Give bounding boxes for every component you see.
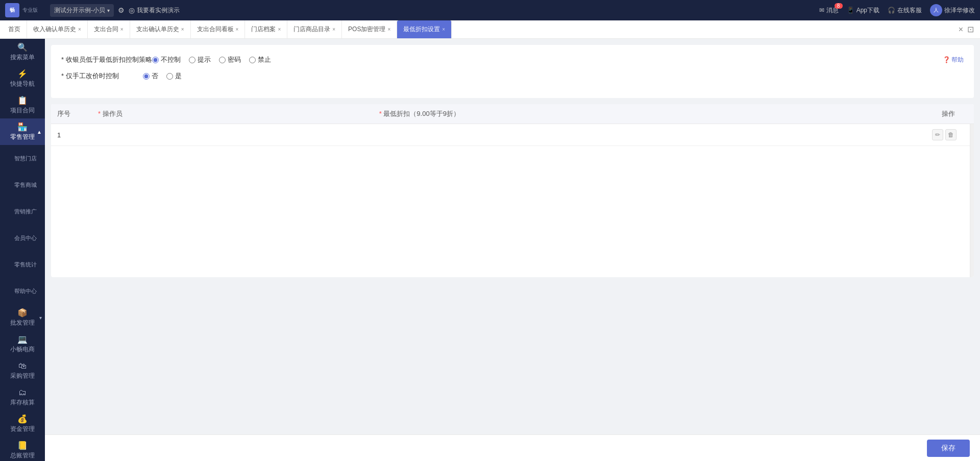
cashier-policy-label-text: * 收银员低于最低折扣控制策略 <box>61 56 152 63</box>
delete-row-btn-1[interactable]: 🗑 <box>945 129 957 140</box>
table-rows-wrap: 1 ✏ 🗑 <box>51 124 970 277</box>
tab-min-discount[interactable]: 最低折扣设置 × <box>397 20 452 39</box>
sidebar-item-smart-store[interactable]: 智慧门店 <box>0 145 45 172</box>
tab-payment-board-close[interactable]: × <box>236 27 239 32</box>
sidebar-item-help-center[interactable]: 帮助中心 <box>0 278 45 304</box>
tab-store-products-close[interactable]: × <box>332 27 335 32</box>
td-seq-1: 1 <box>51 126 92 144</box>
tab-bar: 首页 收入确认单历史 × 支出合同 × 支出确认单历史 × 支出合同看板 × 门… <box>0 20 980 39</box>
sidebar-item-shortcut[interactable]: ⚡ 快捷导航 <box>0 65 45 92</box>
sidebar-item-inventory-label: 库存核算 <box>10 398 35 407</box>
sidebar-item-project-contract-label: 项目合同 <box>10 106 35 115</box>
tab-pos-lock-close[interactable]: × <box>387 27 390 32</box>
sidebar-item-wholesale-mgmt-label: 批发管理 <box>10 319 35 327</box>
cashier-password-label: 密码 <box>228 55 241 64</box>
demo-icon: ◎ <box>129 6 135 14</box>
content-area: * 收银员低于最低折扣控制策略 不控制 提示 密码 <box>45 39 980 461</box>
sidebar-item-marketing[interactable]: 营销推广 <box>0 198 45 225</box>
sidebar-item-search[interactable]: 🔍 搜索菜单 <box>0 39 45 65</box>
tab-payment-contract[interactable]: 支出合同 × <box>88 20 130 39</box>
help-link[interactable]: ❓ 帮助 <box>943 56 964 64</box>
table-header: 序号 * 操作员 * 最低折扣（9.00等于9折） 操作 <box>51 104 974 124</box>
message-badge: 8 <box>835 3 843 9</box>
tab-expand-btn[interactable]: ⊡ <box>967 25 974 34</box>
sidebar-item-shortcut-label: 快捷导航 <box>10 80 35 88</box>
td-discount-1 <box>372 130 919 140</box>
cashier-forbid-radio[interactable] <box>249 57 256 63</box>
cashier-no-control-radio[interactable] <box>152 57 159 63</box>
top-bar-right: ✉ 消息 8 📱 App下载 🎧 在线客服 人 徐泽华修改 <box>819 4 975 16</box>
user-avatar-area[interactable]: 人 徐泽华修改 <box>930 4 975 16</box>
tab-bar-end: × ⊡ <box>954 25 978 34</box>
cashier-prompt-label: 提示 <box>198 55 211 64</box>
sidebar-item-ecommerce[interactable]: 💻 小畅电商 <box>0 331 45 357</box>
sidebar-item-retail-mgmt[interactable]: 🏪 零售管理 ▲ <box>0 118 45 145</box>
help-center-label: 帮助中心 <box>14 287 37 295</box>
tab-close-all-btn[interactable]: × <box>959 25 963 34</box>
tab-pos-lock-label: POS加密管理 <box>348 25 385 34</box>
tab-min-discount-close[interactable]: × <box>442 27 445 32</box>
settings-icon[interactable]: ⚙ <box>118 6 125 14</box>
td-action-1: ✏ 🗑 <box>919 124 970 145</box>
save-button[interactable]: 保存 <box>927 440 970 457</box>
th-discount-label: 最低折扣（9.00等于9折） <box>383 110 460 117</box>
wholesale-mgmt-icon: 📦 <box>17 308 28 318</box>
table-scrollbar[interactable] <box>970 124 974 277</box>
cashier-forbid-option[interactable]: 禁止 <box>249 55 271 64</box>
project-name: 测试分开示例-小贝 <box>54 6 105 15</box>
cashier-prompt-radio[interactable] <box>189 57 195 63</box>
app-download-btn[interactable]: 📱 App下载 <box>847 6 879 15</box>
th-operator: * 操作员 <box>92 104 373 124</box>
project-selector[interactable]: 测试分开示例-小贝 ▾ <box>50 4 114 17</box>
sidebar-item-retail-mall[interactable]: 零售商城 <box>0 172 45 198</box>
tab-payment-confirm[interactable]: 支出确认单历史 × <box>130 20 191 39</box>
app-download-label: App下载 <box>856 6 879 15</box>
cashier-prompt-option[interactable]: 提示 <box>189 55 211 64</box>
inventory-icon: 🗂 <box>18 388 27 397</box>
demo-link[interactable]: ◎ 我要看实例演示 <box>129 6 180 15</box>
sidebar-item-finance[interactable]: 💰 资金管理 <box>0 410 45 437</box>
retail-mall-label: 零售商城 <box>14 181 37 189</box>
manual-price-yes-radio[interactable] <box>166 73 173 80</box>
tab-payment-confirm-close[interactable]: × <box>181 27 184 32</box>
sidebar-item-retail-stats[interactable]: 零售统计 <box>0 251 45 278</box>
delete-icon-1: 🗑 <box>948 131 954 138</box>
online-service-btn[interactable]: 🎧 在线客服 <box>888 6 922 15</box>
tab-store-file[interactable]: 门店档案 × <box>245 20 287 39</box>
sidebar-item-ledger[interactable]: 📒 总账管理 <box>0 437 45 461</box>
sidebar-item-inventory[interactable]: 🗂 库存核算 <box>0 384 45 410</box>
manual-price-no-option[interactable]: 否 <box>143 71 158 81</box>
th-action-label: 操作 <box>942 110 955 117</box>
main-layout: 🔍 搜索菜单 ⚡ 快捷导航 📋 项目合同 🏪 零售管理 ▲ 智慧门店 零售商城 … <box>0 39 980 461</box>
edition-label: 专业版 <box>22 7 38 14</box>
sidebar-item-wholesale-mgmt[interactable]: 📦 批发管理 ▾ <box>0 304 45 331</box>
sidebar-item-purchase-mgmt[interactable]: 🛍 采购管理 <box>0 357 45 384</box>
page-content: * 收银员低于最低折扣控制策略 不控制 提示 密码 <box>45 39 980 434</box>
tab-payment-board[interactable]: 支出合同看板 × <box>191 20 246 39</box>
logo-icon: 畅 <box>5 3 19 17</box>
edit-row-btn-1[interactable]: ✏ <box>932 129 943 140</box>
tab-home[interactable]: 首页 <box>2 20 27 39</box>
tab-income-confirm-label: 收入确认单历史 <box>33 25 76 34</box>
cashier-password-radio[interactable] <box>219 57 226 63</box>
sidebar-item-project-contract[interactable]: 📋 项目合同 <box>0 92 45 118</box>
cashier-password-option[interactable]: 密码 <box>219 55 241 64</box>
cashier-no-control-option[interactable]: 不控制 <box>152 55 181 64</box>
tab-income-confirm-close[interactable]: × <box>78 27 81 32</box>
tab-store-file-close[interactable]: × <box>278 27 281 32</box>
online-service-label: 在线客服 <box>897 6 922 15</box>
sidebar-item-retail-mgmt-label: 零售管理 <box>10 133 35 141</box>
sidebar-item-finance-label: 资金管理 <box>10 425 35 433</box>
sidebar-item-member-center[interactable]: 会员中心 <box>0 225 45 251</box>
sidebar-item-search-label: 搜索菜单 <box>10 53 35 62</box>
th-discount: * 最低折扣（9.00等于9折） <box>373 104 923 124</box>
tab-store-products[interactable]: 门店商品目录 × <box>287 20 342 39</box>
message-icon: ✉ <box>819 7 824 14</box>
tab-payment-contract-close[interactable]: × <box>120 27 124 32</box>
tab-store-products-label: 门店商品目录 <box>293 25 330 34</box>
tab-income-confirm[interactable]: 收入确认单历史 × <box>27 20 88 39</box>
manual-price-no-radio[interactable] <box>143 73 150 80</box>
message-btn[interactable]: ✉ 消息 8 <box>819 6 839 15</box>
tab-pos-lock[interactable]: POS加密管理 × <box>342 20 397 39</box>
manual-price-yes-option[interactable]: 是 <box>166 71 182 81</box>
